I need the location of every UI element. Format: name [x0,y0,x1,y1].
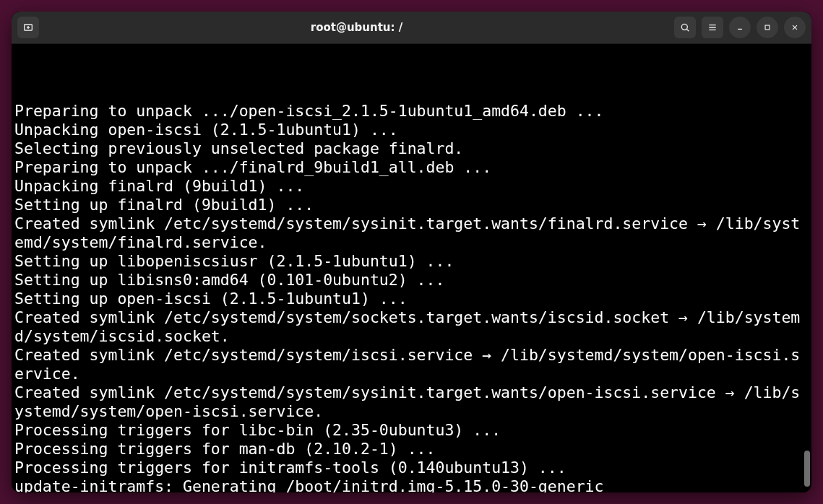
scrollbar-thumb[interactable] [804,451,810,487]
terminal-line: Created symlink /etc/systemd/system/sysi… [14,214,809,252]
terminal-line: Created symlink /etc/systemd/system/sock… [14,308,809,346]
terminal-line: Setting up open-iscsi (2.1.5-1ubuntu1) .… [14,290,809,308]
terminal-body[interactable]: Preparing to unpack .../open-iscsi_2.1.5… [12,44,811,492]
window-title: root@ubuntu: / [43,21,670,34]
terminal-line: Processing triggers for libc-bin (2.35-0… [14,421,809,440]
terminal-line: Created symlink /etc/systemd/system/iscs… [14,346,809,383]
terminal-window: root@ubuntu: / [12,12,811,492]
terminal-line: update-initramfs: Generating /boot/initr… [14,477,809,492]
minimize-button[interactable] [729,17,751,38]
terminal-line: Setting up libisns0:amd64 (0.101-0ubuntu… [14,271,809,290]
terminal-line: Created symlink /etc/systemd/system/sysi… [14,383,809,421]
titlebar: root@ubuntu: / [12,12,811,44]
terminal-line: Processing triggers for man-db (2.10.2-1… [14,440,809,459]
terminal-line: Unpacking open-iscsi (2.1.5-1ubuntu1) ..… [14,121,809,139]
terminal-line: Setting up libopeniscsiusr (2.1.5-1ubunt… [14,252,809,271]
close-button[interactable] [784,17,806,38]
terminal-line: Processing triggers for initramfs-tools … [14,459,809,477]
svg-point-3 [681,24,687,30]
terminal-line: Preparing to unpack .../finalrd_9build1_… [14,158,809,177]
hamburger-menu-button[interactable] [702,17,723,38]
terminal-line: Selecting previously unselected package … [14,139,809,158]
new-tab-button[interactable] [17,17,39,38]
svg-rect-9 [765,25,770,30]
maximize-button[interactable] [757,17,778,38]
svg-line-4 [686,29,689,31]
terminal-line: Setting up finalrd (9build1) ... [14,196,809,214]
search-button[interactable] [674,17,696,38]
terminal-line: Preparing to unpack .../open-iscsi_2.1.5… [14,102,809,121]
terminal-line: Unpacking finalrd (9build1) ... [14,177,809,196]
